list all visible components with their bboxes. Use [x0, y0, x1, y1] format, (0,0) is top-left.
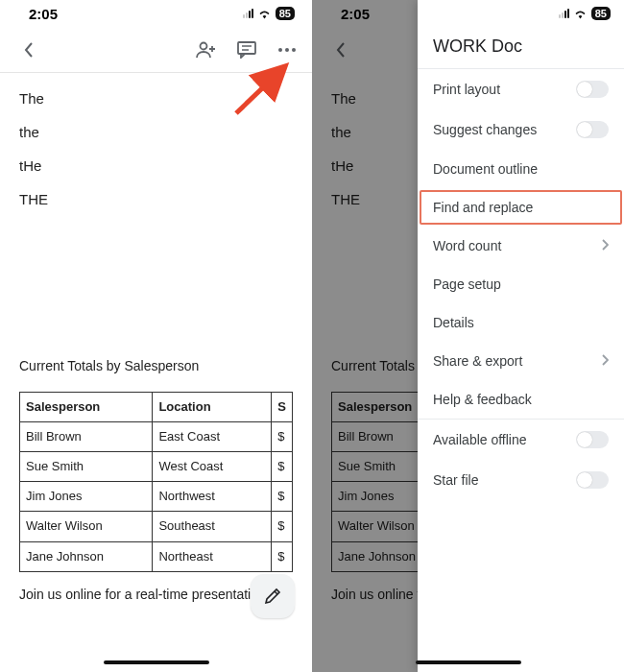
- text-line: the: [19, 122, 293, 142]
- status-bar: 2:05 85: [0, 0, 312, 27]
- table-header: Location: [153, 392, 272, 421]
- document-body[interactable]: The the tHe THE Current Totals by Salesp…: [0, 73, 312, 619]
- table-row: Walter WilsonSoutheast$: [20, 512, 293, 541]
- menu-document-outline[interactable]: Document outline: [418, 150, 624, 188]
- menu-star-file[interactable]: Star file: [418, 460, 624, 500]
- menu-page-setup[interactable]: Page setup: [418, 265, 624, 303]
- battery-indicator: 85: [276, 7, 295, 20]
- cellular-icon: [243, 9, 253, 18]
- menu-share-export[interactable]: Share & export: [418, 342, 624, 380]
- menu-suggest-changes[interactable]: Suggest changes: [418, 109, 624, 150]
- text-line: THE: [19, 189, 293, 209]
- status-time: 2:05: [29, 6, 58, 22]
- more-menu-button[interactable]: [276, 38, 299, 61]
- menu-help-feedback[interactable]: Help & feedback: [418, 380, 624, 419]
- back-button[interactable]: [17, 38, 40, 61]
- menu-find-and-replace[interactable]: Find and replace: [418, 188, 624, 227]
- wifi-icon: [257, 9, 272, 19]
- menu-word-count[interactable]: Word count: [418, 227, 624, 265]
- text-line: tHe: [19, 156, 293, 176]
- svg-rect-1: [238, 42, 255, 54]
- table-row: Jane JohnsonNortheast$: [20, 541, 293, 571]
- battery-indicator: 85: [591, 7, 611, 20]
- text-line: The: [19, 88, 293, 108]
- table-row: Sue SmithWest Coast$: [20, 451, 293, 481]
- menu-available-offline[interactable]: Available offline: [418, 420, 624, 460]
- table-row: Bill BrownEast Coast$: [20, 421, 293, 451]
- home-indicator[interactable]: [416, 660, 521, 664]
- screen-left: 2:05 85 The the tHe THE C: [0, 0, 312, 672]
- svg-point-0: [201, 42, 207, 49]
- svg-point-2: [278, 48, 282, 52]
- home-indicator[interactable]: [104, 660, 209, 664]
- toggle-suggest-changes[interactable]: [576, 121, 609, 138]
- pencil-icon: [263, 587, 282, 606]
- toggle-star-file[interactable]: [576, 471, 609, 489]
- overflow-menu-panel: 85 WORK Doc Print layout Suggest changes…: [418, 0, 624, 672]
- panel-status-bar: 85: [418, 0, 624, 27]
- svg-point-4: [292, 48, 296, 52]
- chevron-right-icon: [601, 353, 609, 369]
- table-header: Salesperson: [20, 392, 153, 421]
- table-header: S: [272, 392, 293, 421]
- wifi-icon: [573, 9, 588, 19]
- section-title: Current Totals by Salesperson: [19, 357, 293, 376]
- edit-fab[interactable]: [251, 574, 295, 618]
- chevron-right-icon: [601, 238, 609, 253]
- toggle-available-offline[interactable]: [576, 431, 609, 448]
- add-person-icon[interactable]: [195, 38, 218, 61]
- table-row: Jim JonesNorthwest$: [20, 482, 293, 512]
- status-right: 85: [243, 7, 295, 20]
- toolbar: [0, 27, 312, 73]
- menu-print-layout[interactable]: Print layout: [418, 69, 624, 109]
- cellular-icon: [559, 9, 569, 18]
- panel-title: WORK Doc: [418, 27, 624, 68]
- sales-table: Salesperson Location S Bill BrownEast Co…: [19, 392, 293, 572]
- menu-details[interactable]: Details: [418, 303, 624, 342]
- table-header-row: Salesperson Location S: [20, 392, 293, 421]
- screen-right: 2:05 The the tHe THE Current Totals b Sa…: [312, 0, 624, 672]
- toggle-print-layout[interactable]: [576, 81, 609, 98]
- svg-point-3: [285, 48, 289, 52]
- comment-icon[interactable]: [235, 38, 258, 61]
